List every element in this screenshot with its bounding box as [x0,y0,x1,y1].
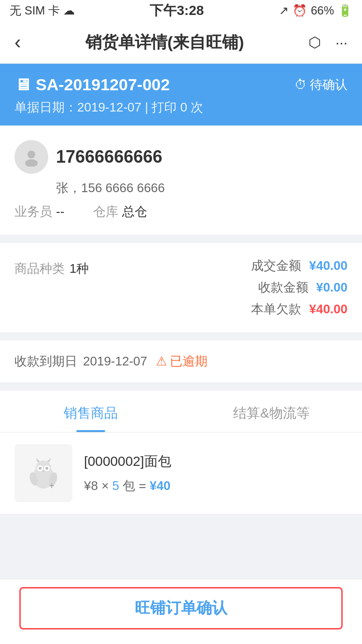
nav-actions: ⬡ ··· [308,34,348,51]
customer-card: 17666666666 张，156 6666 6666 业务员 -- 仓库 总仓 [0,126,362,235]
customer-meta: 业务员 -- 仓库 总仓 [14,203,348,220]
sales-rep-item: 业务员 -- [14,203,64,220]
order-status: ⏱ 待确认 [294,76,348,93]
warehouse-label: 仓库 [93,203,118,220]
product-info: [0000002]面包 ¥8 × 5 包 = ¥40 [84,452,348,494]
deal-amount-row: 成交金额 ¥40.00 [251,257,348,274]
received-amount-value: ¥0.00 [316,280,348,295]
product-unit-price: ¥8 [84,478,98,493]
order-status-text: 待确认 [310,76,348,93]
tabs-container: 销售商品 结算&物流等 [0,391,362,433]
tabs: 销售商品 结算&物流等 [0,391,362,433]
owed-amount-label: 本单欠款 [251,301,301,318]
due-date-card: 收款到期日 2019-12-07 ⚠ 已逾期 [0,340,362,382]
confirm-button[interactable]: 旺铺订单确认 [19,587,343,630]
avatar [14,140,48,174]
due-date-label: 收款到期日 [14,353,77,370]
product-image: + [14,444,72,502]
back-button[interactable]: ‹ [14,31,21,53]
deal-amount-label: 成交金额 [251,257,301,274]
more-icon[interactable]: ··· [335,34,348,51]
product-name: [0000002]面包 [84,452,348,471]
order-icon: 🖥 [14,75,31,94]
battery-icon: 🔋 [338,4,352,17]
warehouse-item: 仓库 总仓 [93,203,147,220]
product-types-value: 1种 [70,260,89,277]
svg-text:+: + [49,481,55,490]
due-date-value: 2019-12-07 [83,354,147,369]
price-x-icon: × [101,478,112,493]
product-list: + [0000002]面包 ¥8 × 5 包 = ¥40 [0,433,362,514]
received-amount-row: 收款金额 ¥0.00 [258,279,348,296]
owed-amount-value: ¥40.00 [309,302,348,317]
order-date: 单据日期：2019-12-07 | 打印 0 次 [14,99,348,116]
sales-rep-label: 业务员 [14,203,52,220]
svg-point-1 [25,159,38,167]
overdue-badge: ⚠ 已逾期 [156,353,208,370]
tab-sales-products[interactable]: 销售商品 [0,391,181,432]
svg-point-8 [39,467,42,470]
share-icon[interactable]: ⬡ [308,34,321,51]
confirm-button-label: 旺铺订单确认 [135,598,227,619]
bottom-bar: 旺铺订单确认 [0,579,362,644]
clock-icon: ⏱ [294,77,307,92]
owed-amount-row: 本单欠款 ¥40.00 [251,301,348,318]
svg-marker-4 [36,458,40,462]
sim-status: 无 SIM 卡 ☁ [10,3,75,18]
sales-rep-value: -- [56,204,64,219]
product-unit: 包 [123,478,135,493]
tab-sales-products-label: 销售商品 [64,406,118,420]
summary-left: 商品种类 1种 [14,257,181,277]
tab-settlement[interactable]: 结算&物流等 [181,391,362,432]
tab-settlement-label: 结算&物流等 [233,406,310,420]
summary-right: 成交金额 ¥40.00 收款金额 ¥0.00 本单欠款 ¥40.00 [181,257,348,318]
location-icon: ↗ [279,4,289,17]
status-bar: 无 SIM 卡 ☁ 下午3:28 ↗ ⏰ 66% 🔋 [0,0,362,21]
svg-point-0 [28,151,35,158]
product-total: ¥40 [150,478,170,493]
status-left: 无 SIM 卡 ☁ [10,3,75,18]
product-types-label: 商品种类 [14,260,65,277]
svg-point-9 [45,467,48,470]
price-equals-icon: = [139,478,150,493]
warning-icon: ⚠ [156,354,167,369]
order-id: 🖥 SA-20191207-002 [14,75,170,94]
page-title: 销货单详情(来自旺铺) [85,31,244,54]
status-right: ↗ ⏰ 66% 🔋 [279,4,352,17]
customer-row: 17666666666 [14,140,348,174]
nav-bar: ‹ 销货单详情(来自旺铺) ⬡ ··· [0,21,362,64]
svg-marker-5 [47,458,51,462]
order-id-row: 🖥 SA-20191207-002 ⏱ 待确认 [14,75,348,94]
product-qty: 5 [112,478,119,493]
order-id-text: SA-20191207-002 [36,75,170,94]
overdue-text: 已逾期 [170,353,208,370]
received-amount-label: 收款金额 [258,279,308,296]
product-price: ¥8 × 5 包 = ¥40 [84,477,348,494]
battery-level: 66% [311,4,334,17]
warehouse-value: 总仓 [122,203,147,220]
customer-phone: 17666666666 [56,147,162,167]
status-time: 下午3:28 [150,1,204,20]
customer-name: 张，156 6666 6666 [14,180,348,196]
product-item: + [0000002]面包 ¥8 × 5 包 = ¥40 [0,433,362,514]
order-header: 🖥 SA-20191207-002 ⏱ 待确认 单据日期：2019-12-07 … [0,64,362,126]
summary-card: 商品种类 1种 成交金额 ¥40.00 收款金额 ¥0.00 本单欠款 ¥40.… [0,243,362,332]
alarm-icon: ⏰ [292,4,307,17]
deal-amount-value: ¥40.00 [309,258,348,273]
